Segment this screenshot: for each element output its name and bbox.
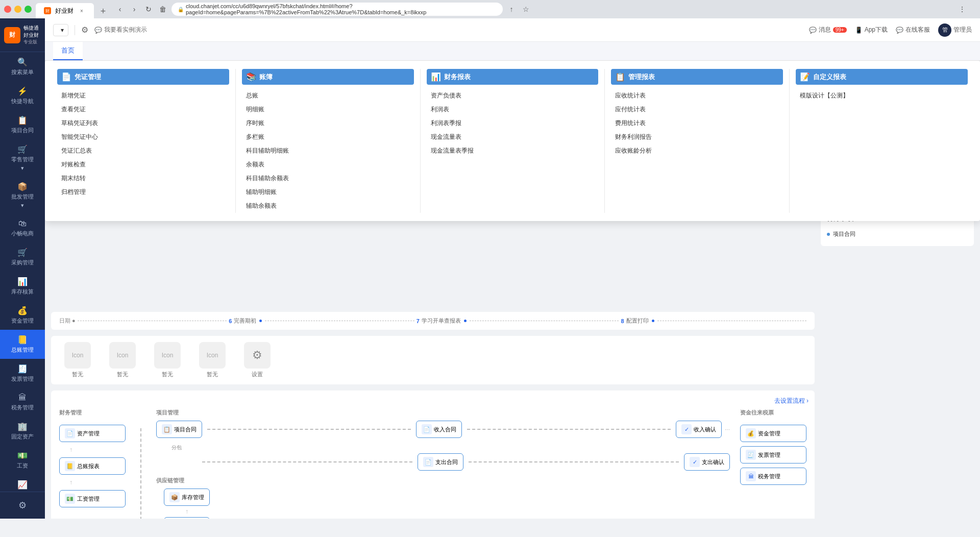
sidebar-logo: 财 畅捷通好业财 专业版 <box>0 18 45 52</box>
tab-close-btn[interactable]: × <box>78 7 86 15</box>
shortcut-item-4[interactable]: Icon 暂无 <box>192 342 233 378</box>
menu-item-draft-voucher[interactable]: 草稿凭证列表 <box>57 116 229 130</box>
flow-box-purchase[interactable]: 🛒 采购管理 <box>164 517 210 519</box>
window-close-btn[interactable] <box>4 6 11 13</box>
sidebar-settings-btn[interactable]: ⚙ <box>13 496 32 515</box>
mega-header-ledger: 📚 账簿 <box>242 69 414 85</box>
inventory-flow-icon: 📦 <box>169 492 180 502</box>
window-min-btn[interactable] <box>14 6 21 13</box>
menu-item-cashflow-q[interactable]: 现金流量表季报 <box>427 144 599 158</box>
menu-item-aux-balance[interactable]: 辅助余额表 <box>242 199 414 213</box>
flow-box-payroll[interactable]: 💵 工资管理 <box>59 490 126 507</box>
bookmark-icon[interactable]: ☆ <box>520 4 531 15</box>
nav-back[interactable]: ‹ <box>114 4 126 15</box>
menu-item-view-voucher[interactable]: 查看凭证 <box>57 103 229 116</box>
menu-item-pay-stats[interactable]: 应付统计表 <box>611 103 783 116</box>
menu-item-smart-voucher[interactable]: 智能凭证中心 <box>57 130 229 144</box>
step-line-3 <box>470 321 619 321</box>
purchase-icon: 🛒 <box>17 248 28 257</box>
sidebar-item-payroll[interactable]: 💵工资 <box>0 446 45 475</box>
address-bar[interactable]: 🔒 cloud.chanjet.com/cc/u6d89qwnryel/57bf… <box>172 3 503 16</box>
setup-flow-link[interactable]: 去设置流程 › <box>774 397 808 405</box>
online-service-btn[interactable]: 💬 在线客服 <box>896 26 930 34</box>
sidebar-item-shortcuts[interactable]: ⚡快捷导航 <box>0 81 45 110</box>
sidebar-item-invoice[interactable]: 🧾发票管理 <box>0 359 45 388</box>
tab-nav: 首页 <box>45 42 980 61</box>
shortcut-item-1[interactable]: Icon 暂无 <box>57 342 98 378</box>
nav-forward[interactable]: › <box>129 4 140 15</box>
flow-box-fund-mgmt[interactable]: 💰 资金管理 <box>740 425 806 442</box>
flow-row-expense: 📄 支出合同 ✓ 支出确认 <box>156 453 730 471</box>
menu-item-template-design[interactable]: 模版设计【公测】 <box>796 89 968 103</box>
menu-item-income-q[interactable]: 利润表季报 <box>427 116 599 130</box>
step-dot-6 <box>259 320 262 322</box>
menu-item-voucher-summary[interactable]: 凭证汇总表 <box>57 144 229 158</box>
flow-box-invoice-mgmt[interactable]: 🧾 发票管理 <box>740 446 806 463</box>
app-download-btn[interactable]: 📱 App下载 <box>855 26 888 34</box>
flow-box-income-confirm[interactable]: ✓ 收入确认 <box>676 421 722 438</box>
menu-item-cashflow[interactable]: 现金流量表 <box>427 130 599 144</box>
active-tab[interactable]: 财 好业财 × <box>36 3 94 18</box>
flow-box-project-contract[interactable]: 📋 项目合同 <box>156 421 202 438</box>
flow-box-ledger[interactable]: 📒 总账报表 <box>59 457 126 475</box>
menu-item-recv-stats[interactable]: 应收统计表 <box>611 89 783 103</box>
menu-item-general-ledger[interactable]: 总账 <box>242 89 414 103</box>
menu-item-subject-balance[interactable]: 科目辅助余额表 <box>242 172 414 185</box>
sidebar-item-search[interactable]: 🔍搜索菜单 <box>0 52 45 81</box>
menu-item-balance-sheet[interactable]: 资产负债表 <box>427 89 599 103</box>
nav-refresh[interactable]: ↻ <box>143 4 154 15</box>
company-selector[interactable]: ▾ <box>53 24 68 36</box>
sidebar-item-purchase[interactable]: 🛒采购管理 <box>0 242 45 272</box>
sidebar-item-assets[interactable]: 🏢固定资产 <box>0 417 45 446</box>
menu-item-aux-detail[interactable]: 辅助明细账 <box>242 185 414 199</box>
user-profile-btn[interactable]: 管 管理员 <box>938 23 972 37</box>
step-item-8: 8 配置打印 <box>621 317 655 325</box>
menu-item-reconcile[interactable]: 对账检查 <box>57 158 229 172</box>
flow-box-inventory[interactable]: 📦 库存管理 <box>164 489 210 506</box>
flow-box-expense-confirm[interactable]: ✓ 支出确认 <box>684 453 730 471</box>
demo-link[interactable]: 💬 我要看实例演示 <box>94 26 147 34</box>
flow-box-tax-mgmt[interactable]: 🏛 税务管理 <box>740 468 806 485</box>
shortcut-item-settings[interactable]: ⚙ 设置 <box>237 342 278 378</box>
shortcut-item-2[interactable]: Icon 暂无 <box>102 342 143 378</box>
nav-delete[interactable]: 🗑 <box>157 4 168 15</box>
sidebar-item-projects[interactable]: 📋项目合同 <box>0 110 45 139</box>
window-max-btn[interactable] <box>24 6 32 13</box>
menu-item-profit-report[interactable]: 财务利润报告 <box>611 130 783 144</box>
menu-item-cost-stats[interactable]: 费用统计表 <box>611 116 783 130</box>
sidebar-item-retail[interactable]: 🛒零售管理▾ <box>0 139 45 177</box>
menu-item-period-close[interactable]: 期末结转 <box>57 172 229 185</box>
invoice-icon: 🧾 <box>17 364 28 374</box>
tax-mgmt-icon: 🏛 <box>746 471 756 481</box>
flow-box-expense-contract[interactable]: 📄 支出合同 <box>418 453 463 471</box>
content-left: 📄 凭证管理 新增凭证 查看凭证 草稿凭证列表 智能凭证中心 凭证汇总表 对账检… <box>51 67 815 512</box>
menu-item-subject-detail[interactable]: 科目辅助明细账 <box>242 144 414 158</box>
sidebar-item-ecommerce[interactable]: 🛍小畅电商 <box>0 214 45 242</box>
flow-box-income-contract[interactable]: 📄 收入合同 <box>416 421 462 438</box>
menu-item-chrono-ledger[interactable]: 序时账 <box>242 116 414 130</box>
menu-item-aging[interactable]: 应收账龄分析 <box>611 144 783 158</box>
sidebar-item-tax[interactable]: 🏛税务管理 <box>0 388 45 417</box>
topbar-settings-icon[interactable]: ⚙ <box>81 25 88 35</box>
menu-item-archive[interactable]: 归档管理 <box>57 185 229 199</box>
tab-home[interactable]: 首页 <box>53 42 83 60</box>
shortcut-settings-icon: ⚙ <box>244 342 271 369</box>
sidebar-item-funds[interactable]: 💰资金管理 <box>0 301 45 330</box>
sidebar-item-operations[interactable]: 📈经营管理 <box>0 475 45 492</box>
extensions-icon[interactable]: ⋮ <box>957 4 968 15</box>
shortcut-item-3[interactable]: Icon 暂无 <box>147 342 188 378</box>
share-icon[interactable]: ↑ <box>506 4 517 15</box>
sidebar-item-inventory[interactable]: 📊库存核算 <box>0 272 45 301</box>
flow-box-asset[interactable]: 📄 资产管理 <box>59 425 126 442</box>
menu-item-detail-ledger[interactable]: 明细账 <box>242 103 414 116</box>
sidebar-item-wholesale[interactable]: 📦批发管理▾ <box>0 177 45 214</box>
menu-item-balance-table[interactable]: 余额表 <box>242 158 414 172</box>
message-btn[interactable]: 💬 消息 99+ <box>809 26 847 34</box>
new-tab-btn[interactable]: + <box>96 4 110 18</box>
sidebar-item-ledger[interactable]: 📒总账管理 <box>0 330 45 359</box>
menu-item-new-voucher[interactable]: 新增凭证 <box>57 89 229 103</box>
divider-1 <box>235 69 236 213</box>
setup-flow-area: 去设置流程 › 财务管理 📄 资产管理 <box>51 390 815 519</box>
menu-item-multi-ledger[interactable]: 多栏账 <box>242 130 414 144</box>
menu-item-income-stmt[interactable]: 利润表 <box>427 103 599 116</box>
